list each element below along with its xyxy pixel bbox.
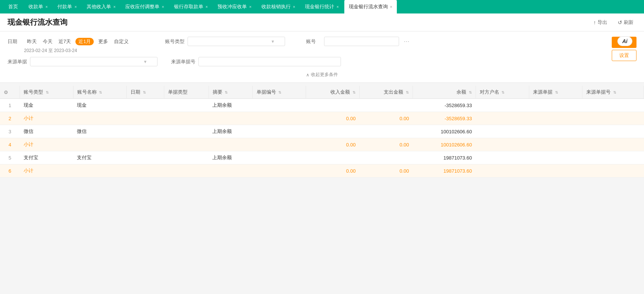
sort-icon-1: ⇅ bbox=[46, 90, 49, 94]
row-num: 2 bbox=[0, 112, 20, 125]
close-icon-7[interactable]: × bbox=[336, 4, 339, 9]
nav-item-8[interactable]: 现金银行流水查询 × bbox=[344, 0, 397, 13]
cell-account-name bbox=[73, 164, 126, 178]
table-row[interactable]: 2 小计 0.00 0.00 -3528659.33 bbox=[0, 112, 644, 125]
col-doc-num[interactable]: 单据编号 ⇅ bbox=[252, 86, 306, 99]
cell-summary bbox=[209, 138, 252, 151]
date-custom[interactable]: 自定义 bbox=[113, 38, 130, 45]
nav-item-2[interactable]: 其他收入单 × bbox=[82, 0, 120, 13]
col-expense[interactable]: 支出金额 ⇅ bbox=[359, 86, 413, 99]
chevron-down-icon-2: ▾ bbox=[144, 59, 147, 64]
account-type-select[interactable]: ▾ bbox=[188, 37, 285, 46]
cell-doc-type bbox=[164, 164, 209, 178]
date-shortcuts: 昨天 今天 近7天 近1月 更多 自定义 bbox=[26, 38, 130, 45]
table-row[interactable]: 1 现金 现金 上期余额 -3528659.33 bbox=[0, 99, 644, 112]
nav-item-4[interactable]: 银行存取款单 × bbox=[170, 0, 212, 13]
sort-icon-10: ⇅ bbox=[501, 90, 504, 94]
nav-item-7[interactable]: 现金银行统计 × bbox=[300, 0, 343, 13]
cell-doc-type bbox=[164, 99, 209, 112]
export-button[interactable]: ↑ 导出 bbox=[590, 18, 610, 27]
date-1month[interactable]: 近1月 bbox=[75, 38, 94, 45]
close-icon-5[interactable]: × bbox=[249, 4, 251, 9]
close-icon-1[interactable]: × bbox=[74, 4, 77, 9]
cell-account-type: 小计 bbox=[20, 112, 73, 125]
settings-button[interactable]: 设置 bbox=[612, 50, 636, 61]
sort-icon-7: ⇅ bbox=[353, 90, 356, 94]
table-row[interactable]: 6 小计 0.00 0.00 19871073.60 bbox=[0, 164, 644, 178]
close-icon-4[interactable]: × bbox=[206, 4, 208, 9]
col-account-name[interactable]: 账号名称 ⇅ bbox=[73, 86, 126, 99]
nav-item-5[interactable]: 预收冲应收单 × bbox=[213, 0, 256, 13]
refresh-button[interactable]: ↺ 刷新 bbox=[615, 18, 636, 27]
source-doc-num-input[interactable] bbox=[198, 57, 341, 66]
col-source-doc-num[interactable]: 来源单据号 ⇅ bbox=[582, 86, 644, 99]
ai-badge[interactable]: Ai bbox=[617, 36, 632, 46]
sort-icon-9: ⇅ bbox=[469, 90, 472, 94]
cell-counterpart bbox=[476, 99, 529, 112]
cell-source-doc-num bbox=[582, 112, 644, 125]
nav-item-0[interactable]: 收款单 × bbox=[24, 0, 52, 13]
source-doc-select[interactable]: ▾ bbox=[30, 57, 158, 66]
cell-expense: 0.00 bbox=[359, 112, 413, 125]
date-more[interactable]: 更多 bbox=[97, 38, 110, 45]
more-options-icon[interactable]: ··· bbox=[402, 37, 411, 45]
close-icon-2[interactable]: × bbox=[113, 4, 116, 9]
cell-source-doc-num bbox=[582, 164, 644, 178]
cell-balance: -3528659.33 bbox=[413, 99, 476, 112]
nav-item-1[interactable]: 付款单 × bbox=[53, 0, 81, 13]
close-icon-8[interactable]: × bbox=[390, 4, 392, 9]
gear-icon[interactable]: ⚙ bbox=[4, 90, 8, 95]
date-label: 日期 bbox=[8, 38, 23, 45]
cell-summary bbox=[209, 112, 252, 125]
cell-income bbox=[306, 99, 359, 112]
data-table: ⚙ 账号类型 ⇅ 账号名称 ⇅ 日期 ⇅ 单据类型 摘要 bbox=[0, 86, 644, 178]
data-table-container: ⚙ 账号类型 ⇅ 账号名称 ⇅ 日期 ⇅ 单据类型 摘要 bbox=[0, 86, 644, 178]
close-icon-3[interactable]: × bbox=[162, 4, 164, 9]
account-type-filter-col: 账号类型 ▾ bbox=[165, 37, 285, 46]
row-num: 6 bbox=[0, 164, 20, 178]
collapse-bar[interactable]: ∧ 收起更多条件 bbox=[8, 70, 636, 79]
cell-source-doc bbox=[529, 99, 582, 112]
col-counterpart[interactable]: 对方户名 ⇅ bbox=[476, 86, 529, 99]
chevron-down-icon: ▾ bbox=[272, 39, 274, 44]
nav-home[interactable]: 首页 bbox=[3, 0, 23, 13]
col-gear[interactable]: ⚙ bbox=[0, 86, 20, 99]
account-label: 账号 bbox=[306, 38, 321, 45]
col-summary[interactable]: 摘要 ⇅ bbox=[209, 86, 252, 99]
table-row[interactable]: 4 小计 0.00 0.00 100102606.60 bbox=[0, 138, 644, 151]
cell-counterpart bbox=[476, 151, 529, 164]
close-icon-0[interactable]: × bbox=[45, 4, 48, 9]
date-7days[interactable]: 近7天 bbox=[57, 38, 72, 45]
col-date[interactable]: 日期 ⇅ bbox=[127, 86, 164, 99]
cell-source-doc-num bbox=[582, 151, 644, 164]
cell-account-name: 微信 bbox=[73, 125, 126, 138]
cell-balance: 100102606.60 bbox=[413, 125, 476, 138]
row-num: 5 bbox=[0, 151, 20, 164]
nav-item-6[interactable]: 收款核销执行 × bbox=[257, 0, 300, 13]
cell-account-name bbox=[73, 138, 126, 151]
cell-counterpart bbox=[476, 112, 529, 125]
col-balance[interactable]: 余额 ⇅ bbox=[413, 86, 476, 99]
source-doc-num-label: 来源单据号 bbox=[171, 58, 195, 65]
cell-doc-num bbox=[252, 138, 306, 151]
table-row[interactable]: 3 微信 微信 上期余额 100102606.60 bbox=[0, 125, 644, 138]
close-icon-6[interactable]: × bbox=[293, 4, 295, 9]
nav-item-3[interactable]: 应收应付调整单 × bbox=[121, 0, 168, 13]
cell-counterpart bbox=[476, 164, 529, 178]
col-account-type[interactable]: 账号类型 ⇅ bbox=[20, 86, 73, 99]
cell-date bbox=[127, 138, 164, 151]
cell-expense: 0.00 bbox=[359, 164, 413, 178]
col-doc-type[interactable]: 单据类型 bbox=[164, 86, 209, 99]
cell-doc-num bbox=[252, 125, 306, 138]
source-doc-label: 来源单据 bbox=[8, 58, 27, 65]
table-row[interactable]: 5 支付宝 支付宝 上期余额 19871073.60 bbox=[0, 151, 644, 164]
account-input[interactable] bbox=[324, 37, 399, 46]
sort-icon-12: ⇅ bbox=[613, 90, 616, 94]
col-income[interactable]: 收入金额 ⇅ bbox=[306, 86, 359, 99]
cell-summary: 上期余额 bbox=[209, 151, 252, 164]
page-title: 现金银行流水查询 bbox=[8, 17, 68, 27]
date-yesterday[interactable]: 昨天 bbox=[26, 38, 38, 45]
col-source-doc[interactable]: 来源单据 ⇅ bbox=[529, 86, 582, 99]
date-today[interactable]: 今天 bbox=[41, 38, 54, 45]
row-num: 4 bbox=[0, 138, 20, 151]
